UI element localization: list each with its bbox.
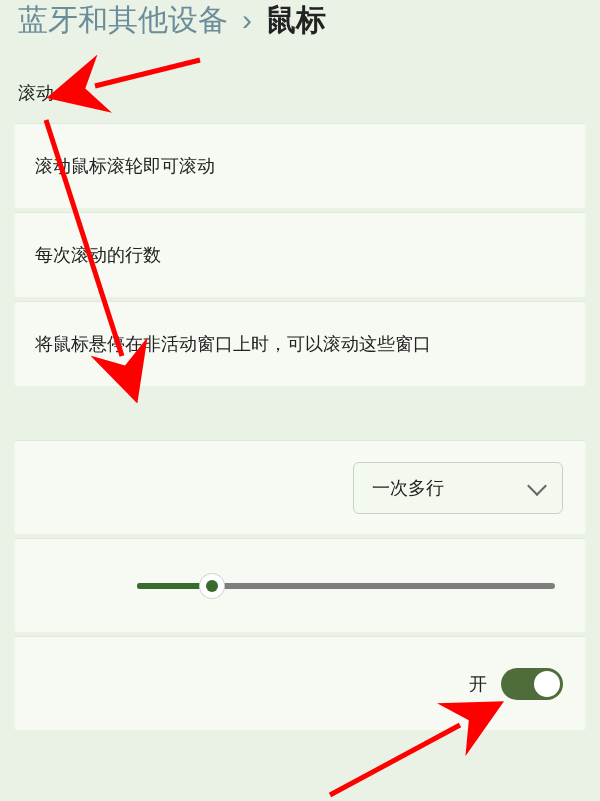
breadcrumb-current: 鼠标 [266,0,326,41]
dropdown-selected-label: 一次多行 [372,476,444,500]
setting-row-scroll-wheel[interactable]: 滚动鼠标滚轮即可滚动 [14,123,586,208]
control-row-dropdown: 一次多行 [14,440,586,534]
chevron-down-icon [527,476,547,496]
hover-scroll-toggle[interactable] [501,668,563,700]
scroll-mode-dropdown[interactable]: 一次多行 [353,462,563,514]
setting-label: 每次滚动的行数 [15,213,585,297]
setting-row-hover-inactive[interactable]: 将鼠标悬停在非活动窗口上时，可以滚动这些窗口 [14,301,586,386]
setting-row-lines-per-scroll[interactable]: 每次滚动的行数 [14,212,586,297]
svg-line-2 [330,725,460,795]
toggle-knob [534,671,560,697]
control-row-toggle: 开 [14,636,586,730]
slider-thumb[interactable] [200,574,224,598]
toggle-state-label: 开 [469,672,487,696]
breadcrumb-separator: › [242,3,252,37]
lines-per-scroll-slider[interactable] [137,568,555,604]
breadcrumb-parent[interactable]: 蓝牙和其他设备 [18,0,228,41]
hover-scroll-toggle-wrap: 开 [469,668,563,700]
panel-gap [0,386,600,436]
breadcrumb: 蓝牙和其他设备 › 鼠标 [0,0,600,59]
section-title-label: 滚动 [18,81,54,105]
setting-label: 将鼠标悬停在非活动窗口上时，可以滚动这些窗口 [15,302,585,386]
section-title-scroll: 滚动 [0,59,600,119]
control-row-slider [14,538,586,632]
setting-label: 滚动鼠标滚轮即可滚动 [15,124,585,208]
